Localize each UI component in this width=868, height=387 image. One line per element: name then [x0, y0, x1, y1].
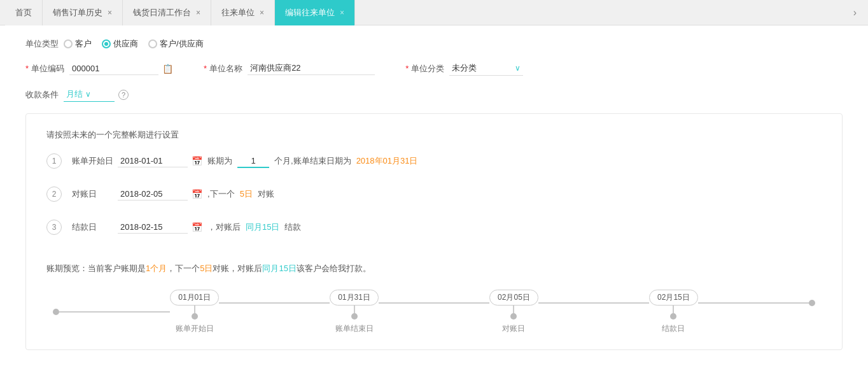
unit-category-value: 未分类 [452, 62, 477, 74]
unit-info-row: * 单位编码 📋 * 单位名称 * 单位分类 未分类 ∨ [25, 61, 843, 76]
node-4-dot [670, 313, 676, 320]
node-2-label: 账单结束日 [335, 323, 374, 334]
unit-type-item: 单位类型 客户 供应商 客户/供应商 [25, 38, 204, 50]
timeline-node-3: 02月05日 对账日 [489, 290, 538, 334]
preview-text: 账期预览：当前客户账期是1个月，下一个5日对账，对账后同月15日该客户会给我打款… [46, 263, 822, 274]
timeline-node-1: 01月01日 账单开始日 [170, 290, 219, 334]
preview-part3: 同月15日 [262, 264, 296, 273]
payment-date-input[interactable] [118, 221, 188, 234]
start-date-input[interactable] [118, 155, 188, 167]
radio-customer-supplier-circle [148, 39, 157, 48]
unit-code-item: * 单位编码 📋 [25, 62, 173, 75]
payment-terms-help-icon[interactable]: ? [118, 90, 129, 100]
radio-supplier-circle [102, 39, 111, 48]
node-4-stem [673, 306, 674, 313]
start-date-calendar-icon[interactable]: 📅 [192, 156, 202, 166]
period-value-input[interactable] [237, 155, 269, 168]
reconcile-desc-prefix: ,下一个 [207, 188, 235, 200]
unit-category-select[interactable]: 未分类 ∨ [449, 61, 523, 76]
tab-edit-partner-close[interactable]: × [340, 8, 344, 17]
tab-edit-partner[interactable]: 编辑往来单位 × [275, 0, 355, 25]
tab-sales-order-history-label: 销售订单历史 [53, 7, 102, 18]
radio-customer[interactable]: 客户 [64, 38, 92, 50]
tabs-bar: 首页 销售订单历史 × 钱货日清工作台 × 往来单位 × 编辑往来单位 × › [0, 0, 868, 25]
reconcile-date-input[interactable] [118, 188, 188, 201]
payment-terms-label: 收款条件 [25, 89, 59, 101]
payment-terms-value: 月结 [66, 88, 83, 100]
period-unit-text: 个月,账单结束日期为 [274, 155, 351, 167]
setting-row-1: 1 账单开始日 📅 账期为 个月,账单结束日期为 2018年01月31日 [46, 153, 822, 169]
tab-partner-units[interactable]: 往来单位 × [211, 0, 275, 25]
card-instruction: 请按照未来的一个完整帐期进行设置 [46, 129, 822, 141]
node-4-label: 结款日 [662, 323, 685, 334]
unit-code-required: * [25, 64, 29, 73]
timeline-start-dot [53, 309, 59, 315]
row-num-3: 3 [46, 220, 62, 235]
unit-name-required: * [204, 64, 207, 73]
row-label-1: 账单开始日 [72, 155, 110, 167]
tab-partner-units-label: 往来单位 [221, 7, 255, 18]
tab-cash-work[interactable]: 钱货日清工作台 × [123, 0, 211, 25]
timeline-line-2 [219, 302, 330, 304]
node-1-label: 账单开始日 [176, 323, 214, 334]
payment-desc-prefix: ，对账后 [207, 222, 241, 233]
tab-edit-partner-label: 编辑往来单位 [285, 7, 335, 18]
unit-name-input[interactable] [248, 62, 375, 75]
tab-home[interactable]: 首页 [5, 0, 43, 25]
preview-part2: 5日 [200, 264, 213, 273]
unit-code-calendar-icon[interactable]: 📋 [162, 64, 173, 74]
payment-desc-suffix: 结款 [284, 222, 301, 233]
timeline-end-dot [809, 300, 815, 306]
unit-type-row: 单位类型 客户 供应商 客户/供应商 [25, 38, 843, 50]
preview-suffix: 该客户会给我打款。 [297, 264, 371, 273]
radio-customer-circle [64, 39, 73, 48]
radio-customer-supplier[interactable]: 客户/供应商 [148, 38, 204, 50]
preview-section: 账期预览：当前客户账期是1个月，下一个5日对账，对账后同月15日该客户会给我打款… [46, 253, 822, 334]
unit-category-required: * [405, 64, 409, 73]
node-3-label: 对账日 [502, 323, 525, 334]
row-label-2: 对账日 [72, 188, 110, 200]
payment-terms-item: 收款条件 月结 ∨ ? [25, 87, 129, 102]
end-date-highlight: 2018年01月31日 [356, 155, 418, 167]
preview-part1: 1个月 [146, 264, 167, 273]
payment-desc-highlight: 同月15日 [246, 222, 279, 233]
payment-terms-dropdown-icon: ∨ [85, 90, 91, 99]
tab-more-button[interactable]: › [847, 7, 863, 18]
radio-supplier[interactable]: 供应商 [102, 38, 138, 50]
node-3-stem [513, 306, 514, 313]
timeline-node-2: 01月31日 账单结束日 [330, 290, 379, 334]
payment-date-calendar-icon[interactable]: 📅 [192, 222, 202, 232]
period-label: 账期为 [207, 155, 232, 167]
row-label-3: 结款日 [72, 222, 110, 233]
tab-home-label: 首页 [15, 7, 32, 18]
tab-cash-work-close[interactable]: × [196, 8, 200, 17]
row-num-1: 1 [46, 153, 62, 169]
payment-terms-select[interactable]: 月结 ∨ [64, 87, 115, 102]
timeline-line-5 [698, 302, 809, 304]
tab-sales-order-history-close[interactable]: × [108, 8, 112, 17]
node-2-dot [351, 313, 358, 320]
unit-name-label: 单位名称 [209, 63, 242, 74]
tab-partner-units-close[interactable]: × [260, 8, 264, 17]
setting-row-2: 2 对账日 📅 ,下一个 5日 对账 [46, 186, 822, 202]
unit-code-label: 单位编码 [31, 63, 64, 74]
reconcile-desc-highlight: 5日 [240, 188, 253, 200]
unit-code-input[interactable] [69, 62, 158, 75]
node-1-pill: 01月01日 [170, 290, 219, 306]
reconcile-date-calendar-icon[interactable]: 📅 [192, 189, 202, 199]
radio-customer-label: 客户 [75, 38, 92, 50]
node-1-dot [192, 313, 198, 320]
node-4-pill: 02月15日 [649, 290, 698, 306]
radio-supplier-label: 供应商 [113, 38, 138, 50]
row-num-2: 2 [46, 186, 62, 202]
radio-customer-supplier-label: 客户/供应商 [160, 38, 204, 50]
node-3-dot [510, 313, 517, 320]
payment-terms-row: 收款条件 月结 ∨ ? [25, 87, 843, 102]
preview-sep1: ，下一个 [167, 264, 200, 273]
unit-name-item: * 单位名称 [204, 62, 375, 75]
timeline-line-1 [59, 311, 170, 313]
tab-sales-order-history[interactable]: 销售订单历史 × [43, 0, 123, 25]
setting-row-3: 3 结款日 📅 ，对账后 同月15日 结款 [46, 220, 822, 235]
timeline: 01月01日 账单开始日 01月31日 账单结束日 02月05日 [46, 290, 822, 334]
preview-label: 账期预览：当前客户账期是 [46, 264, 146, 273]
